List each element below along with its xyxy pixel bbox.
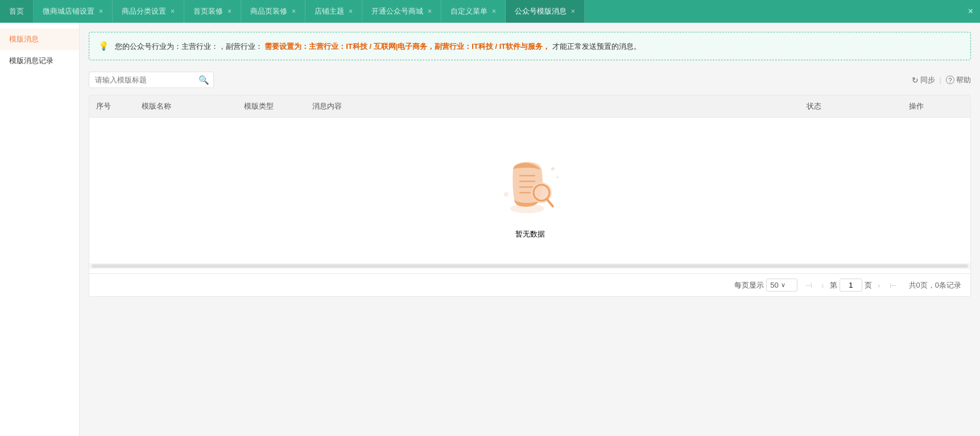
tab-open-mall-close[interactable]: × <box>428 7 432 15</box>
search-input[interactable] <box>89 72 214 88</box>
tab-shop-settings-close[interactable]: × <box>99 7 103 15</box>
tab-template-msg-label: 公众号模版消息 <box>515 6 567 16</box>
per-page-value: 50 <box>770 281 778 289</box>
dropdown-arrow-icon: ∨ <box>781 281 785 289</box>
th-action: 操作 <box>902 95 970 117</box>
tab-custom-menu-label: 自定义菜单 <box>450 6 487 16</box>
tab-home-decoration-close[interactable]: × <box>228 7 231 15</box>
th-status: 状态 <box>800 95 902 117</box>
tab-product-decoration[interactable]: 商品页装修 × <box>241 0 305 23</box>
tab-template-msg[interactable]: 公众号模版消息 × <box>506 0 585 23</box>
horizontal-scrollbar[interactable] <box>89 263 970 269</box>
notice-box: 💡 您的公众号行业为：主营行业：，副营行业： 需要设置为：主营行业：IT科技 /… <box>89 32 971 60</box>
sidebar-item-template-record[interactable]: 模版消息记录 <box>0 50 79 72</box>
total-label: 共0页，0条记录 <box>909 280 961 290</box>
tab-custom-menu-close[interactable]: × <box>492 7 496 15</box>
search-row: 🔍 ↻ 同步 | ? 帮助 <box>89 72 971 88</box>
tab-open-mall[interactable]: 开通公众号商城 × <box>362 0 441 23</box>
tab-shop-theme[interactable]: 店铺主题 × <box>305 0 362 23</box>
tab-product-decoration-close[interactable]: × <box>292 7 296 15</box>
help-button[interactable]: ? 帮助 <box>946 75 971 85</box>
notice-icon: 💡 <box>98 41 109 51</box>
sync-icon: ↻ <box>912 76 919 85</box>
empty-state: 暂无数据 <box>89 118 970 262</box>
prev-page-button[interactable]: ‹ <box>818 280 828 291</box>
empty-illustration <box>496 152 564 220</box>
sidebar-item-template-message[interactable]: 模版消息 <box>0 28 79 50</box>
sync-label: 同步 <box>920 75 935 85</box>
svg-point-8 <box>551 167 555 171</box>
content-area: 💡 您的公众号行业为：主营行业：，副营行业： 需要设置为：主营行业：IT科技 /… <box>80 23 980 436</box>
search-input-wrap: 🔍 <box>89 72 214 88</box>
page-number-input[interactable]: 1 <box>840 279 862 292</box>
tab-custom-menu[interactable]: 自定义菜单 × <box>441 0 506 23</box>
th-type: 模版类型 <box>237 95 305 117</box>
search-actions: ↻ 同步 | ? 帮助 <box>912 75 971 85</box>
th-index: 序号 <box>89 95 135 117</box>
first-page-button[interactable]: ⊣ <box>802 280 816 291</box>
divider: | <box>940 76 941 84</box>
th-content: 消息内容 <box>305 95 800 117</box>
svg-point-9 <box>556 176 559 178</box>
sidebar-item-record-label: 模版消息记录 <box>9 56 53 65</box>
page-navigation: ⊣ ‹ 第 1 页 › ⊢ <box>802 279 899 292</box>
per-page-label: 每页显示 <box>734 280 764 290</box>
tab-category-label: 商品分类设置 <box>122 6 166 16</box>
tab-bar: 首页 微商城店铺设置 × 商品分类设置 × 首页装修 × 商品页装修 × 店铺主… <box>0 0 980 23</box>
next-page-button[interactable]: › <box>874 280 884 291</box>
empty-text: 暂无数据 <box>515 229 545 239</box>
svg-line-7 <box>547 200 553 206</box>
help-label: 帮助 <box>956 75 971 85</box>
help-icon: ? <box>946 76 954 84</box>
notice-suffix: 才能正常发送预置的消息。 <box>552 42 641 51</box>
search-icon[interactable]: 🔍 <box>199 75 209 85</box>
tab-shop-theme-label: 店铺主题 <box>315 6 344 16</box>
notice-highlight: 需要设置为：主营行业：IT科技 / 互联网|电子商务，副营行业：IT科技 / I… <box>264 42 550 51</box>
sidebar-item-template-label: 模版消息 <box>9 35 39 43</box>
table-header: 序号 模版名称 模版类型 消息内容 状态 操作 <box>89 95 970 118</box>
tab-open-mall-label: 开通公众号商城 <box>371 6 423 16</box>
close-all-tabs-button[interactable]: × <box>968 6 980 16</box>
tab-category-settings[interactable]: 商品分类设置 × <box>113 0 184 23</box>
tab-category-close[interactable]: × <box>171 7 175 15</box>
tab-home-label: 首页 <box>9 6 24 16</box>
tab-home-decoration-label: 首页装修 <box>193 6 223 16</box>
per-page-dropdown[interactable]: 50 ∨ <box>766 279 797 292</box>
sync-button[interactable]: ↻ 同步 <box>912 75 935 85</box>
pagination: 每页显示 50 ∨ ⊣ ‹ 第 1 页 › ⊢ 共0页，0条记录 <box>89 273 970 296</box>
page-suffix-label: 页 <box>865 280 872 290</box>
tab-product-decoration-label: 商品页装修 <box>250 6 287 16</box>
sidebar: 模版消息 模版消息记录 <box>0 23 80 436</box>
tab-shop-settings-label: 微商城店铺设置 <box>43 6 94 16</box>
tab-home[interactable]: 首页 <box>0 0 34 23</box>
page-size-select: 每页显示 50 ∨ <box>734 279 797 292</box>
last-page-button[interactable]: ⊢ <box>886 280 900 291</box>
tab-shop-settings[interactable]: 微商城店铺设置 × <box>34 0 113 23</box>
svg-point-10 <box>504 192 508 197</box>
data-table: 序号 模版名称 模版类型 消息内容 状态 操作 <box>89 95 971 297</box>
tab-shop-theme-close[interactable]: × <box>349 7 353 15</box>
main-layout: 模版消息 模版消息记录 💡 您的公众号行业为：主营行业：，副营行业： 需要设置为… <box>0 23 980 436</box>
th-name: 模版名称 <box>135 95 237 117</box>
tab-template-msg-close[interactable]: × <box>571 7 575 15</box>
notice-prefix: 您的公众号行业为：主营行业：，副营行业： <box>115 42 263 51</box>
page-prefix-label: 第 <box>830 280 837 290</box>
tab-home-decoration[interactable]: 首页装修 × <box>184 0 241 23</box>
